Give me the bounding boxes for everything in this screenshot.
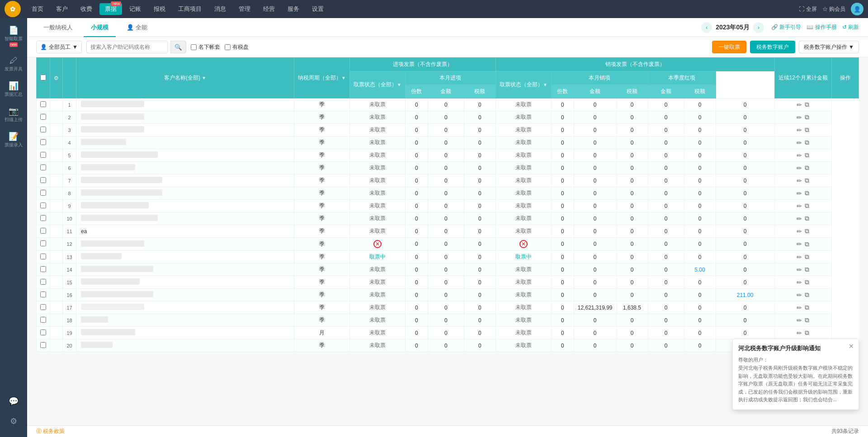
row-checkbox[interactable] — [40, 139, 46, 145]
th-in-status[interactable]: 取票状态（全部）▼ — [349, 71, 405, 99]
sidebar-item-invoice-summary[interactable]: 📊 票据汇总 — [2, 77, 25, 101]
row-checkbox[interactable] — [40, 190, 46, 196]
nav-service[interactable]: 服务 — [282, 3, 305, 15]
row-checkbox-cell[interactable] — [37, 276, 50, 289]
row-checkbox[interactable] — [40, 279, 46, 285]
row-checkbox[interactable] — [40, 342, 46, 348]
period-next[interactable]: › — [753, 22, 764, 33]
one-click-ticket-btn[interactable]: 一键取票 — [712, 41, 746, 53]
row-checkbox[interactable] — [40, 291, 46, 297]
edit-icon[interactable]: ✏ — [797, 114, 802, 121]
sidebar-item-invoice-entry[interactable]: 📝 票据录入 — [2, 128, 25, 151]
row-checkbox[interactable] — [40, 101, 46, 107]
edit-icon[interactable]: ✏ — [797, 139, 802, 146]
copy-icon[interactable]: ⧉ — [805, 291, 809, 299]
tax-policy-link[interactable]: ⓪ 税务政策 — [36, 428, 65, 435]
row-checkbox-cell[interactable] — [37, 162, 50, 174]
edit-icon[interactable]: ✏ — [797, 304, 802, 311]
nav-manage[interactable]: 管理 — [233, 3, 256, 15]
row-checkbox[interactable] — [40, 114, 46, 120]
edit-icon[interactable]: ✏ — [797, 329, 802, 337]
copy-icon[interactable]: ⧉ — [805, 101, 809, 108]
row-checkbox-cell[interactable] — [37, 149, 50, 162]
row-checkbox[interactable] — [40, 152, 46, 158]
th-client-name[interactable]: 客户名称(全部) ▼ — [76, 58, 294, 99]
edit-icon[interactable]: ✏ — [797, 266, 802, 273]
row-checkbox-cell[interactable] — [37, 225, 50, 238]
row-checkbox[interactable] — [40, 228, 46, 234]
nav-invoice[interactable]: 票据new — [99, 3, 122, 15]
search-button[interactable]: 🔍 — [170, 41, 186, 53]
copy-icon[interactable]: ⧉ — [805, 227, 809, 235]
nav-operation[interactable]: 经营 — [258, 3, 280, 15]
row-checkbox[interactable] — [40, 177, 46, 183]
th-out-status[interactable]: 取票状态（全部）▼ — [495, 71, 551, 99]
notification-close-btn[interactable]: ✕ — [849, 343, 854, 350]
row-checkbox[interactable] — [40, 164, 46, 170]
row-checkbox-cell[interactable] — [37, 111, 50, 124]
sidebar-config[interactable]: ⚙ — [2, 413, 25, 431]
copy-icon[interactable]: ⧉ — [805, 316, 809, 324]
copy-icon[interactable]: ⧉ — [805, 113, 809, 121]
employee-select[interactable]: 👤 全部员工 ▼ — [36, 41, 82, 53]
row-checkbox[interactable] — [40, 329, 46, 335]
row-checkbox-cell[interactable] — [37, 212, 50, 225]
copy-icon[interactable]: ⧉ — [805, 126, 809, 134]
edit-icon[interactable]: ✏ — [797, 202, 802, 210]
nav-fee[interactable]: 收费 — [75, 3, 98, 15]
edit-icon[interactable]: ✏ — [797, 240, 802, 248]
th-tax-period[interactable]: 纳税周期（全部）▼ — [294, 58, 350, 99]
edit-icon[interactable]: ✏ — [797, 279, 802, 286]
copy-icon[interactable]: ⧉ — [805, 304, 809, 311]
new-guide-btn[interactable]: 🔗 新手引导 — [771, 23, 801, 31]
subledger-checkbox[interactable] — [191, 44, 197, 50]
edit-icon[interactable]: ✏ — [797, 152, 802, 159]
sidebar-item-scan-upload[interactable]: 📷 扫描上传 — [2, 103, 25, 126]
row-checkbox-cell[interactable] — [37, 289, 50, 301]
row-checkbox[interactable] — [40, 202, 46, 208]
row-checkbox-cell[interactable] — [37, 251, 50, 263]
copy-icon[interactable]: ⧉ — [805, 253, 809, 261]
nav-client[interactable]: 客户 — [51, 3, 73, 15]
nav-home[interactable]: 首页 — [26, 3, 49, 15]
row-checkbox-cell[interactable] — [37, 339, 50, 352]
period-prev[interactable]: ‹ — [701, 22, 712, 33]
th-settings[interactable]: ⚙ — [50, 58, 63, 99]
row-checkbox[interactable] — [40, 304, 46, 310]
row-checkbox-cell[interactable] — [37, 263, 50, 276]
edit-icon[interactable]: ✏ — [797, 164, 802, 172]
nav-message[interactable]: 消息 — [209, 3, 231, 15]
edit-icon[interactable]: ✏ — [797, 291, 802, 299]
edit-icon[interactable]: ✏ — [797, 127, 802, 134]
refresh-btn[interactable]: ↺ 刷新 — [842, 23, 859, 31]
select-all-checkbox[interactable] — [40, 75, 46, 80]
copy-icon[interactable]: ⧉ — [805, 215, 809, 222]
edit-icon[interactable]: ✏ — [797, 101, 802, 108]
subledger-checkbox-label[interactable]: 名下帐套 — [191, 43, 220, 51]
tab-general-taxpayer[interactable]: 一般纳税人 — [36, 18, 80, 37]
edit-icon[interactable]: ✏ — [797, 228, 802, 235]
row-checkbox[interactable] — [40, 266, 46, 272]
tab-all[interactable]: 👤 全能 — [119, 18, 155, 37]
edit-icon[interactable]: ✏ — [797, 190, 802, 197]
row-checkbox-cell[interactable] — [37, 136, 50, 149]
member-btn[interactable]: ☆ 购会员 — [822, 5, 845, 13]
user-avatar[interactable]: 👤 — [851, 3, 863, 15]
row-checkbox[interactable] — [40, 240, 46, 246]
copy-icon[interactable]: ⧉ — [805, 202, 809, 210]
row-checkbox-cell[interactable] — [37, 327, 50, 339]
tax-disk-checkbox[interactable] — [225, 44, 231, 50]
th-checkbox[interactable] — [37, 58, 50, 99]
row-checkbox[interactable] — [40, 254, 46, 259]
tab-small-scale[interactable]: 小规模 — [84, 18, 116, 37]
copy-icon[interactable]: ⧉ — [805, 189, 809, 197]
fullscreen-btn[interactable]: ⛶ 全屏 — [799, 5, 816, 13]
row-checkbox-cell[interactable] — [37, 99, 50, 111]
nav-settings[interactable]: 设置 — [307, 3, 329, 15]
row-checkbox-cell[interactable] — [37, 174, 50, 187]
row-checkbox[interactable] — [40, 127, 46, 132]
row-checkbox-cell[interactable] — [37, 124, 50, 136]
edit-icon[interactable]: ✏ — [797, 254, 802, 261]
tax-digital-account-btn[interactable]: 税务数字账户 — [750, 41, 795, 53]
row-checkbox-cell[interactable] — [37, 301, 50, 314]
